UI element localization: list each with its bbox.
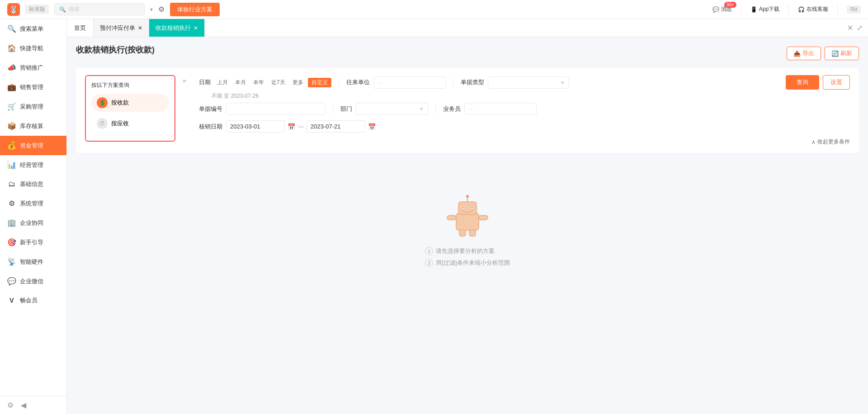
- refresh-button[interactable]: 🔄 刷新: [825, 47, 859, 60]
- tab-expand-icon[interactable]: ⤢: [857, 24, 863, 32]
- sidebar-item-marketing[interactable]: 📣 营销推广: [0, 58, 66, 77]
- sidebar-item-wechat[interactable]: 💬 企业微信: [0, 271, 66, 291]
- gear-icon[interactable]: ⚙: [158, 5, 165, 14]
- svg-rect-8: [447, 215, 456, 220]
- sidebar-item-finance[interactable]: 💰 资金管理: [0, 136, 66, 155]
- filter-option-by-receipt[interactable]: 💲 按收款: [91, 94, 169, 112]
- date-7-days[interactable]: 近7天: [269, 78, 288, 87]
- calendar-start-icon[interactable]: 📅: [288, 123, 295, 130]
- by-receipt-icon: 💲: [97, 97, 108, 108]
- refresh-icon: 🔄: [831, 50, 839, 57]
- date-last-month[interactable]: 上月: [214, 78, 231, 87]
- empty-state: 1 请先选择要分析的方案 2 用[过滤]条件来缩小分析范围: [76, 157, 859, 305]
- settings-button[interactable]: 设置: [823, 75, 850, 90]
- sidebar-item-sales[interactable]: 💼 销售管理: [0, 77, 66, 97]
- purchase-icon: 🛒: [7, 102, 16, 111]
- date-this-year[interactable]: 本年: [250, 78, 267, 87]
- doctype-label: 单据类型: [461, 78, 484, 86]
- writeoff-date-field: 核销日期 📅 — 📅: [199, 120, 376, 133]
- writeoff-date-end-input[interactable]: [307, 120, 365, 133]
- date-quick-buttons: 上月 本月 本年 近7天 更多 自定义: [214, 78, 331, 87]
- page-content: 收款核销执行(按收款) 📤 导出 🔄 刷新: [67, 37, 868, 414]
- tab-close-receipt-writeoff[interactable]: ✕: [193, 25, 198, 31]
- sidebar-item-basic-info[interactable]: 🗂 基础信息: [0, 175, 66, 194]
- user-info[interactable]: Rit: [847, 5, 861, 14]
- basic-info-icon: 🗂: [7, 180, 16, 188]
- partner-select[interactable]: ···: [373, 76, 446, 89]
- dept-field: 部门 ▾: [340, 103, 428, 115]
- filter-option-by-receivable[interactable]: ⏱ 按应收: [91, 114, 169, 133]
- message-badge: 99+: [724, 2, 736, 8]
- sidebar-item-member[interactable]: V 畅会员: [0, 291, 66, 310]
- filter-panel: 按以下方案查询 💲 按收款 ⏱ 按应收: [85, 75, 175, 142]
- member-icon: V: [7, 297, 16, 304]
- calendar-end-icon[interactable]: 📅: [368, 123, 376, 130]
- sidebar-item-guide[interactable]: 🎯 新手引导: [0, 233, 66, 252]
- svg-point-7: [471, 206, 473, 208]
- online-service-button[interactable]: 🎧 在线客服: [798, 5, 828, 13]
- tab-bar-actions: ✕ ⤢: [847, 24, 868, 32]
- docno-input[interactable]: [226, 103, 326, 115]
- writeoff-date-start-input[interactable]: [226, 120, 285, 133]
- search-menu-icon: 🔍: [7, 24, 16, 33]
- marketing-icon: 📣: [7, 63, 16, 72]
- filter-row-1: 日期 上月 本月 本年 近7天 更多 自定义: [199, 75, 850, 90]
- empty-hints: 1 请先选择要分析的方案 2 用[过滤]条件来缩小分析范围: [425, 245, 509, 269]
- date-this-month[interactable]: 本月: [232, 78, 249, 87]
- action-buttons: 查询 设置: [786, 75, 850, 90]
- tab-prepay[interactable]: 预付冲应付单 ✕: [94, 19, 149, 37]
- tab-receipt-writeoff[interactable]: 收款核销执行 ✕: [149, 19, 205, 37]
- doctype-chevron-icon: ▾: [561, 79, 564, 86]
- date-more[interactable]: 更多: [290, 78, 306, 87]
- empty-robot-illustration: [445, 193, 490, 238]
- svg-rect-10: [459, 230, 466, 236]
- content-area: 首页 预付冲应付单 ✕ 收款核销执行 ✕ ✕ ⤢ 收款核销执行(按收款): [67, 19, 868, 414]
- main-layout: 🔍 搜索菜单 🏠 快捷导航 📣 营销推广 💼 销售管理 🛒 采购管理 📦 库存核…: [0, 19, 868, 414]
- docno-label: 单据编号: [199, 105, 222, 113]
- solution-button[interactable]: 体验行业方案: [170, 3, 220, 16]
- sidebar-item-hardware[interactable]: 📡 智能硬件: [0, 252, 66, 271]
- dept-select[interactable]: ▾: [356, 103, 428, 115]
- collapse-sidebar-icon[interactable]: ◀: [21, 401, 26, 409]
- app-download-button[interactable]: 📱 App下载: [750, 5, 779, 13]
- filter-collapse-button[interactable]: »: [183, 75, 192, 84]
- settings-bottom-icon[interactable]: ⚙: [7, 401, 14, 409]
- service-icon: 🎧: [798, 6, 805, 13]
- doctype-select[interactable]: ▾: [488, 76, 569, 89]
- date-custom[interactable]: 自定义: [308, 78, 331, 87]
- page-header-actions: 📤 导出 🔄 刷新: [787, 47, 859, 60]
- query-button[interactable]: 查询: [786, 75, 819, 90]
- top-search-bar[interactable]: 🔍 搜索: [54, 3, 145, 15]
- tab-bar: 首页 预付冲应付单 ✕ 收款核销执行 ✕ ✕ ⤢: [67, 19, 868, 37]
- staff-select[interactable]: ···: [464, 103, 537, 115]
- sidebar-item-quick-nav[interactable]: 🏠 快捷导航: [0, 38, 66, 58]
- dropdown-chevron-icon[interactable]: ▾: [150, 6, 153, 13]
- doctype-field: 单据类型 ▾: [461, 76, 569, 89]
- wechat-icon: 💬: [7, 277, 16, 286]
- collapse-more-icon: ∧: [811, 139, 816, 145]
- empty-hint-2: 2 用[过滤]条件来缩小分析范围: [425, 257, 509, 269]
- tab-close-all-icon[interactable]: ✕: [847, 24, 853, 32]
- partner-placeholder: ···: [378, 79, 383, 86]
- sidebar-item-purchase[interactable]: 🛒 采购管理: [0, 97, 66, 116]
- tab-home[interactable]: 首页: [67, 19, 94, 37]
- sidebar-item-inventory[interactable]: 📦 库存核算: [0, 116, 66, 136]
- sidebar-item-system[interactable]: ⚙ 系统管理: [0, 194, 66, 213]
- by-receivable-icon: ⏱: [97, 118, 108, 129]
- logo: 🐰: [7, 3, 20, 16]
- divider3: [333, 105, 333, 114]
- svg-rect-11: [469, 230, 476, 236]
- message-button[interactable]: 💬 消息 99+: [712, 5, 732, 13]
- filter-row-2: 单据编号 部门 ▾: [199, 103, 850, 115]
- sidebar-item-operations[interactable]: 📊 经营管理: [0, 155, 66, 175]
- sales-icon: 💼: [7, 83, 16, 91]
- tab-close-prepay[interactable]: ✕: [138, 25, 142, 31]
- sidebar-item-search-menu[interactable]: 🔍 搜索菜单: [0, 19, 66, 38]
- top-bar: 🐰 标准版 🔍 搜索 ▾ ⚙ 体验行业方案 💬 消息 99+ 📱 App下载 🎧…: [0, 0, 868, 19]
- sidebar-item-enterprise[interactable]: 🏢 企业协同: [0, 213, 66, 233]
- filter-top-row: 按以下方案查询 💲 按收款 ⏱ 按应收 »: [85, 75, 850, 146]
- date-field: 日期 上月 本月 本年 近7天 更多 自定义: [199, 78, 331, 87]
- export-button[interactable]: 📤 导出: [787, 47, 821, 60]
- collapse-more-button[interactable]: ∧ 收起更多条件: [811, 138, 850, 146]
- top-bar-right: 💬 消息 99+ 📱 App下载 🎧 在线客服 Rit: [712, 5, 861, 14]
